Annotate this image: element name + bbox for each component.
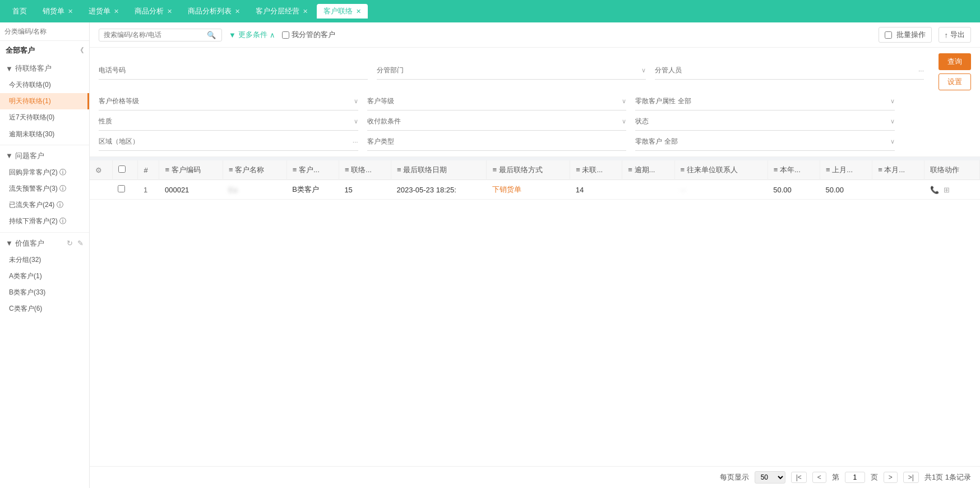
batch-operation-btn[interactable]: 批量操作 — [879, 27, 932, 43]
sidebar-item-ungrouped[interactable]: 未分组(32) — [0, 252, 89, 268]
setting-button[interactable]: 设置 — [939, 73, 971, 90]
select-all-checkbox[interactable] — [118, 165, 126, 173]
nav-product-analysis-list[interactable]: 商品分析列表✕ — [181, 4, 247, 19]
group-label-value: 价值客户 — [15, 238, 44, 248]
row-last-date: 2023-05-23 18:25: — [391, 180, 487, 200]
filter-dept[interactable]: 分管部门 ∨ — [377, 64, 646, 80]
filter-nature-label: 性质 — [99, 117, 132, 126]
search-icon-btn[interactable]: 🔍 — [207, 31, 216, 39]
nav-product-analysis[interactable]: 商品分析✕ — [128, 4, 179, 19]
row-actions: 📞 ⊞ — [924, 180, 980, 200]
sidebar-item-churn-warning[interactable]: 流失预警客户(3) ⓘ — [0, 181, 89, 197]
nav-customer-contact[interactable]: 客户联络✕ — [317, 4, 368, 19]
last-method-link[interactable]: 下销货单 — [492, 185, 521, 194]
col-last-month-header[interactable]: ≡ 上月... — [820, 160, 872, 180]
my-customer-checkbox-label[interactable]: 我分管的客户 — [282, 30, 335, 40]
group-label-pending: 待联络客户 — [15, 63, 52, 73]
col-last-method-header[interactable]: ≡ 最后联络方式 — [487, 160, 570, 180]
filter-payment[interactable]: 收付款条件 ∨ — [367, 115, 627, 131]
my-customer-checkbox[interactable] — [282, 31, 289, 39]
sidebar-group-value[interactable]: ▼ 价值客户 ↻ ✎ — [0, 235, 89, 252]
customer-level-dropdown-icon: ∨ — [622, 98, 626, 105]
more-filter-btn[interactable]: ▼ 更多条件 ∧ — [229, 30, 275, 40]
search-input[interactable] — [104, 31, 205, 39]
filter-nature[interactable]: 性质 ∨ — [99, 115, 358, 131]
sidebar-item-overdue-pending[interactable]: 逾期未联络(30) — [0, 126, 89, 142]
nav-purchase[interactable]: 进货单✕ — [82, 4, 126, 19]
sidebar-item-today-pending[interactable]: 今天待联络(0) — [0, 77, 89, 93]
filter-retail-attr-label: 零散客户属性 全部 — [635, 96, 691, 106]
col-unlinked-header[interactable]: ≡ 未联... — [570, 160, 622, 180]
filter-manager[interactable]: 分管人员 ··· — [655, 64, 924, 80]
filter-region-label: 区域（地区） — [99, 137, 139, 146]
filter-region[interactable]: 区域（地区） ··· — [99, 135, 358, 151]
nav-home[interactable]: 首页 — [6, 4, 34, 19]
last-page-btn[interactable]: >| — [903, 472, 919, 483]
sidebar-item-b-class[interactable]: B类客户(33) — [0, 284, 89, 301]
filter-icon: ▼ — [229, 31, 236, 39]
row-checkbox[interactable] — [112, 180, 138, 200]
sidebar-item-churned[interactable]: 已流失客户(24) ⓘ — [0, 197, 89, 213]
group-arrow-value: ▼ — [6, 239, 13, 247]
sidebar-search-input[interactable] — [4, 27, 89, 35]
filter-phone-label: 电话号码 — [99, 66, 132, 75]
next-page-btn[interactable]: > — [884, 472, 898, 483]
sidebar-item-repurchase-abnormal[interactable]: 回购异常客户(2) ⓘ — [0, 164, 89, 181]
export-btn[interactable]: ↑ 导出 — [939, 27, 972, 43]
row-name: Ea — [223, 180, 287, 200]
sidebar-item-c-class[interactable]: C类客户(6) — [0, 301, 89, 317]
filter-retail-customer[interactable]: 零散客户 全部 ∨ — [635, 135, 895, 151]
filter-price-level[interactable]: 客户价格等级 ∨ — [99, 95, 358, 111]
row-last-month: 50.00 — [820, 180, 872, 200]
col-code-header[interactable]: ≡ 客户编码 — [159, 160, 223, 180]
batch-checkbox[interactable] — [885, 31, 892, 39]
sidebar-item-7days-pending[interactable]: 近7天待联络(0) — [0, 109, 89, 126]
filter-status[interactable]: 状态 ∨ — [635, 115, 895, 131]
export-icon: ↑ — [945, 31, 949, 39]
col-overdue-header[interactable]: ≡ 逾期... — [622, 160, 674, 180]
nav-customer-layer[interactable]: 客户分层经营✕ — [249, 4, 315, 19]
data-table-wrap: ⚙ # ≡ 客户编码 ≡ 客户名称 ≡ 客户... ≡ 联络... ≡ 最后联络… — [90, 160, 980, 466]
filter-customer-type[interactable]: 客户类型 — [367, 135, 627, 151]
col-company-contact-header[interactable]: ≡ 往来单位联系人 — [674, 160, 768, 180]
value-group-edit-icon[interactable]: ✎ — [77, 239, 84, 247]
first-page-btn[interactable]: |< — [791, 472, 807, 483]
col-this-month-header[interactable]: ≡ 本月... — [872, 160, 924, 180]
row-overdue — [622, 180, 674, 200]
query-button[interactable]: 查询 — [939, 53, 971, 70]
col-type-header[interactable]: ≡ 客户... — [286, 160, 339, 180]
sidebar-group-problem[interactable]: ▼ 问题客户 — [0, 148, 89, 164]
col-this-year-header[interactable]: ≡ 本年... — [768, 160, 820, 180]
filter-customer-level[interactable]: 客户等级 ∨ — [367, 95, 627, 111]
col-last-date-header[interactable]: ≡ 最后联络日期 — [391, 160, 487, 180]
prev-page-btn[interactable]: < — [812, 472, 826, 483]
page-size-select[interactable]: 50 100 200 — [755, 471, 785, 484]
sidebar-all-customers[interactable]: 全部客户 《 — [0, 41, 89, 60]
row-last-method[interactable]: 下销货单 — [487, 180, 570, 200]
col-name-header[interactable]: ≡ 客户名称 — [223, 160, 287, 180]
page-label: 第 — [832, 472, 839, 482]
group-arrow-pending: ▼ — [6, 65, 13, 73]
retail-attr-dropdown-icon: ∨ — [890, 98, 895, 105]
nav-sales[interactable]: 销货单✕ — [36, 4, 80, 19]
col-contact-header[interactable]: ≡ 联络... — [339, 160, 391, 180]
filter-retail-attr[interactable]: 零散客户属性 全部 ∨ — [635, 95, 895, 111]
sidebar-item-a-class[interactable]: A类客户(1) — [0, 268, 89, 284]
page-input[interactable] — [845, 472, 865, 483]
group-label-problem: 问题客户 — [15, 151, 44, 161]
sidebar-group-pending[interactable]: ▼ 待联络客户 — [0, 60, 89, 77]
phone-action-icon[interactable]: 📞 — [930, 186, 939, 194]
row-this-month — [872, 180, 924, 200]
sidebar-item-declining[interactable]: 持续下滑客户(2) ⓘ — [0, 213, 89, 229]
collapse-icon: 《 — [77, 46, 84, 56]
top-navigation: 首页 销货单✕ 进货单✕ 商品分析✕ 商品分析列表✕ 客户分层经营✕ 客户联络✕ — [0, 0, 980, 22]
data-table: ⚙ # ≡ 客户编码 ≡ 客户名称 ≡ 客户... ≡ 联络... ≡ 最后联络… — [90, 160, 980, 200]
col-checkbox-header[interactable] — [112, 160, 138, 180]
grid-action-icon[interactable]: ⊞ — [944, 186, 950, 194]
col-setting-header[interactable]: ⚙ — [90, 160, 112, 180]
value-group-refresh-icon[interactable]: ↻ — [67, 239, 73, 247]
nature-dropdown-icon: ∨ — [354, 118, 358, 125]
sidebar-item-tomorrow-pending[interactable]: 明天待联络(1) — [0, 93, 89, 109]
content-area: 🔍 ▼ 更多条件 ∧ 我分管的客户 批量操作 ↑ 导出 — [90, 22, 980, 488]
search-bar: 🔍 ▼ 更多条件 ∧ 我分管的客户 批量操作 ↑ 导出 — [90, 22, 980, 48]
